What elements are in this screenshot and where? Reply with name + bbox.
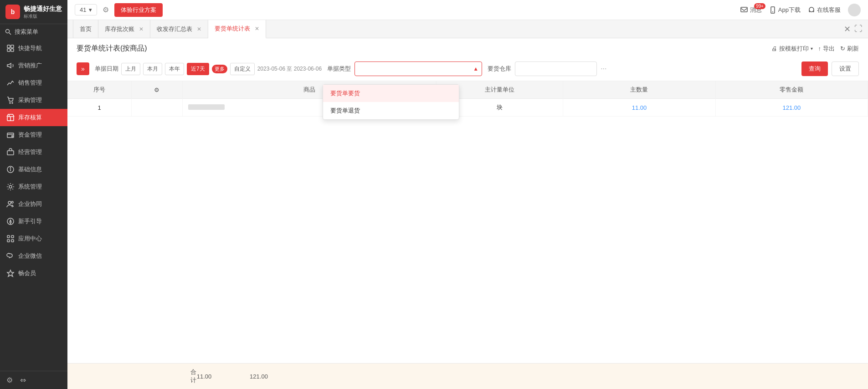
date-btn-cur-year[interactable]: 本年: [165, 63, 184, 75]
chart-icon: [6, 79, 15, 87]
date-btn-custom[interactable]: 自定义: [230, 63, 255, 75]
warehouse-input[interactable]: [515, 61, 597, 76]
date-btn-last7[interactable]: 近7天: [187, 63, 209, 75]
warehouse-dots-btn[interactable]: ···: [601, 65, 606, 73]
shopping-icon: [6, 96, 15, 104]
date-range-display: 2023-05-06 至 2023-06-06: [257, 65, 322, 73]
type-dropdown-toggle[interactable]: ▲: [473, 66, 478, 72]
svg-rect-13: [7, 151, 14, 155]
query-btn[interactable]: 查询: [801, 61, 828, 76]
topbar: 41 ▾ ⚙ 体验行业方案 消息 99+ App下载: [67, 0, 868, 20]
tab-inventory-batch[interactable]: 库存批次账 ✕: [98, 20, 150, 38]
sidebar-nav: 快捷导航 营销推广 销售管理 采购管理: [0, 40, 67, 371]
box-icon: [6, 113, 15, 122]
sidebar-item-inventory[interactable]: 库存核算: [0, 109, 67, 126]
app-download-btn[interactable]: App下载: [769, 6, 801, 14]
svg-point-7: [12, 102, 13, 103]
sidebar-item-marketing[interactable]: 营销推广: [0, 57, 67, 74]
date-btn-cur[interactable]: 本月: [143, 63, 162, 75]
footer-qty: 11.00: [177, 373, 231, 380]
grid-icon: [6, 44, 15, 52]
main-content: 41 ▾ ⚙ 体验行业方案 消息 99+ App下载: [67, 0, 868, 389]
sidebar-item-enterprise[interactable]: 企业协同: [0, 195, 67, 213]
trial-btn[interactable]: 体验行业方案: [114, 3, 163, 17]
svg-rect-3: [11, 45, 14, 48]
app-icon: [6, 235, 15, 243]
table-settings-icon[interactable]: ⚙: [154, 87, 159, 93]
topbar-right: 消息 99+ App下载 在线客服: [740, 4, 861, 16]
tab-receivable-summary[interactable]: 收发存汇总表 ✕: [150, 20, 208, 38]
sidebar-item-quick-nav[interactable]: 快捷导航: [0, 40, 67, 57]
date-btn-prev[interactable]: 上月: [121, 63, 140, 75]
tab-requisition-stats[interactable]: 要货单统计表 ✕: [208, 20, 266, 38]
svg-rect-2: [7, 45, 10, 48]
print-template-btn[interactable]: 🖨 按模板打印 ▾: [771, 45, 813, 53]
svg-rect-23: [7, 235, 10, 238]
data-table: 序号 ⚙ 商品 主计量单位 主数量 零售金额 1: [67, 81, 868, 117]
sidebar-item-guide[interactable]: 新手引导: [0, 213, 67, 230]
tab-maximize-btn[interactable]: ⛶: [854, 24, 863, 34]
type-input-wrapper: ▲: [354, 61, 482, 76]
refresh-btn[interactable]: ↻ 刷新: [840, 45, 859, 53]
table-area: 序号 ⚙ 商品 主计量单位 主数量 零售金额 1: [67, 81, 868, 363]
table-footer: 合计 11.00 121.00: [67, 363, 868, 389]
svg-point-0: [6, 30, 10, 33]
settings-icon-topbar[interactable]: ⚙: [103, 5, 109, 14]
collapse-icon[interactable]: ⇔: [20, 376, 26, 384]
sidebar-item-sales[interactable]: 销售管理: [0, 74, 67, 92]
sidebar-item-purchase[interactable]: 采购管理: [0, 92, 67, 109]
filter-expand-btn[interactable]: »: [77, 62, 89, 75]
svg-rect-29: [771, 7, 775, 13]
sidebar-search-btn[interactable]: 搜索菜单: [0, 24, 67, 40]
svg-point-18: [8, 201, 11, 204]
tabs-bar: 首页 库存批次账 ✕ 收发存汇总表 ✕ 要货单统计表 ✕ ✕ ⛶: [67, 20, 868, 38]
type-filter-group: 单据类型 ▲: [327, 61, 482, 76]
tab-close-receivable[interactable]: ✕: [197, 26, 201, 32]
svg-point-31: [809, 7, 814, 12]
date-filter-group: 单据日期 上月 本月 本年 近7天 更多 自定义 2023-05-06 至 20…: [95, 63, 322, 75]
chevron-down-print-icon: ▾: [811, 46, 813, 51]
tab-close-all-btn[interactable]: ✕: [844, 24, 851, 34]
tab-close-requisition[interactable]: ✕: [255, 26, 259, 32]
svg-rect-26: [11, 240, 14, 242]
more-date-btn[interactable]: 更多: [212, 65, 227, 73]
svg-rect-24: [11, 235, 14, 238]
col-header-settings[interactable]: ⚙: [132, 81, 182, 99]
sidebar-item-wechat[interactable]: 企业微信: [0, 247, 67, 265]
qty-link[interactable]: 11.00: [632, 104, 647, 111]
amount-link[interactable]: 121.00: [782, 104, 801, 111]
settings-bottom-icon[interactable]: ⚙: [6, 376, 13, 384]
page-header: 要货单统计表(按商品) 🖨 按模板打印 ▾ ↑ 导出 ↻ 刷新: [67, 38, 868, 57]
wechat-icon: [6, 252, 15, 260]
sidebar-bottom: ⚙ ⇔: [0, 371, 67, 389]
svg-marker-27: [7, 270, 14, 276]
type-input[interactable]: [354, 61, 482, 76]
cell-no: 1: [67, 99, 132, 117]
sidebar-item-operations[interactable]: 经营管理: [0, 143, 67, 161]
filter-settings-btn[interactable]: 设置: [832, 61, 859, 76]
sidebar-item-finance[interactable]: 资金管理: [0, 126, 67, 143]
online-service-btn[interactable]: 在线客服: [808, 6, 841, 14]
store-selector[interactable]: 41 ▾: [75, 4, 97, 15]
warehouse-filter-group: 要货仓库 ···: [488, 61, 606, 76]
svg-rect-28: [741, 7, 747, 12]
sidebar-logo: b 畅捷通好生意 标准版: [0, 0, 67, 24]
export-btn[interactable]: ↑ 导出: [818, 45, 835, 53]
table-row: 1 块 11.00 121.00: [67, 99, 868, 117]
users-icon: [6, 200, 15, 208]
printer-icon: 🖨: [771, 45, 777, 52]
dropdown-item-return[interactable]: 要货单退货: [323, 102, 459, 119]
sidebar-item-appstore[interactable]: 应用中心: [0, 230, 67, 247]
briefcase-icon: [6, 148, 15, 156]
dropdown-item-requisition[interactable]: 要货单要货: [323, 85, 459, 102]
col-header-no: 序号: [67, 81, 132, 99]
sidebar-item-system[interactable]: 系统管理: [0, 178, 67, 195]
tab-home[interactable]: 首页: [73, 20, 98, 38]
sidebar-item-basic[interactable]: 基础信息: [0, 161, 67, 178]
message-icon: [740, 6, 748, 14]
messages-btn[interactable]: 消息 99+: [740, 6, 762, 14]
type-dropdown: 要货单要货 要货单退货: [323, 84, 459, 120]
user-avatar[interactable]: [848, 4, 861, 16]
tab-close-inventory-batch[interactable]: ✕: [139, 26, 144, 32]
sidebar-item-members[interactable]: 畅会员: [0, 265, 67, 282]
